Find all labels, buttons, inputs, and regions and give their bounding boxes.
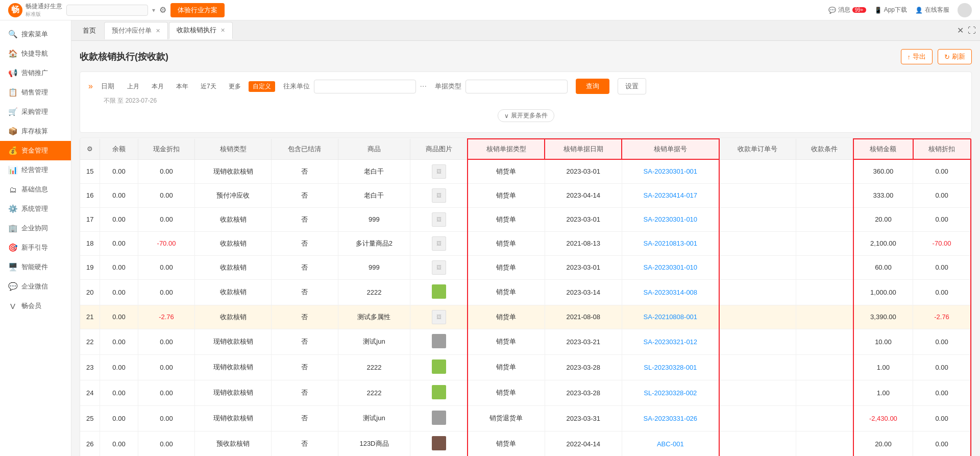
goods-image — [432, 334, 446, 348]
date-custom[interactable]: 自定义 — [249, 81, 275, 92]
tab-close-all-button[interactable]: ✕ — [957, 26, 964, 35]
cell-id: 26 — [80, 431, 100, 456]
cell-goods-image — [410, 431, 468, 456]
sidebar-item-finance[interactable]: 💰 资金管理 — [0, 141, 71, 160]
th-verify-amount: 核销金额 — [853, 139, 913, 159]
date-range-display: 不限 至 2023-07-26 — [104, 97, 963, 105]
top-bar-left: 畅 畅捷通好生意 标准版 ▾ ⚙ 体验行业方案 — [8, 2, 822, 18]
voucher-no-link[interactable]: SA-20230301-001 — [644, 167, 698, 175]
sidebar-item-wechat[interactable]: 💬 企业微信 — [0, 277, 71, 296]
cell-verify-amount: 2,100.00 — [853, 231, 913, 255]
th-settings[interactable]: ⚙ — [80, 139, 100, 159]
date-this-month[interactable]: 本月 — [147, 81, 168, 92]
cell-voucher-type: 销货单 — [468, 354, 545, 380]
table-row: 21 0.00 -2.76 收款核销 否 测试多属性 🖼 销货单 2021-08… — [80, 305, 971, 329]
cell-payment-terms — [796, 231, 853, 255]
cell-voucher-type: 销货退货单 — [468, 405, 545, 431]
cell-goods-image: 🖼 — [410, 159, 468, 183]
setting-button[interactable]: 设置 — [618, 78, 646, 94]
expand-more-button[interactable]: ∨ 展开更多条件 — [498, 109, 554, 122]
query-button[interactable]: 查询 — [576, 79, 609, 94]
voucher-no-link[interactable]: SA-20230414-017 — [644, 191, 698, 199]
cell-verify-amount: 3,390.00 — [853, 305, 913, 329]
voucher-no-link[interactable]: SA-20230301-010 — [644, 215, 698, 223]
voucher-no-link[interactable]: SL-20230328-001 — [644, 364, 697, 371]
cell-payment-terms — [796, 279, 853, 305]
cell-goods: 2222 — [338, 279, 410, 305]
sidebar-item-operations[interactable]: 📊 经营管理 — [0, 160, 71, 180]
cell-verify-discount: 0.00 — [913, 207, 971, 231]
date-7days[interactable]: 近7天 — [196, 81, 221, 92]
cell-balance: 0.00 — [100, 279, 138, 305]
app-download-button[interactable]: 📱 App下载 — [874, 6, 907, 14]
brand-edition: 标准版 — [26, 11, 62, 18]
sidebar-item-member[interactable]: V 畅会员 — [0, 296, 71, 316]
cell-goods: 测试jun — [338, 329, 410, 354]
sidebar-item-basic[interactable]: 🗂 基础信息 — [0, 180, 71, 199]
top-bar: 畅 畅捷通好生意 标准版 ▾ ⚙ 体验行业方案 💬 消息 99+ 📱 App下载… — [0, 0, 980, 20]
cell-id: 22 — [80, 329, 100, 354]
th-voucher-type: 核销单据类型 — [468, 139, 545, 159]
sidebar-item-guide[interactable]: 🎯 新手引导 — [0, 238, 71, 257]
voucher-no-link[interactable]: SA-20210813-001 — [644, 239, 698, 247]
voucher-type-filter: 单据类型 — [435, 80, 568, 93]
dropdown-chevron-icon[interactable]: ▾ — [152, 7, 155, 14]
cell-voucher-no: SA-20230331-026 — [622, 405, 719, 431]
date-this-year[interactable]: 本年 — [172, 81, 193, 92]
date-more[interactable]: 更多 — [224, 81, 246, 92]
cell-verify-amount: 20.00 — [853, 207, 913, 231]
cell-id: 20 — [80, 279, 100, 305]
tab-receipt-verify-close-icon[interactable]: ✕ — [220, 27, 225, 34]
settings-gear-icon[interactable]: ⚙ — [159, 5, 166, 15]
cell-verify-type: 预收款核销 — [195, 431, 272, 456]
trial-button[interactable]: 体验行业方案 — [170, 3, 225, 17]
cell-voucher-date: 2023-03-28 — [545, 354, 622, 380]
tab-home[interactable]: 首页 — [76, 22, 103, 39]
voucher-type-select[interactable] — [465, 80, 568, 93]
cell-voucher-type: 销货单 — [468, 305, 545, 329]
sidebar-item-nav[interactable]: 🏠 快捷导航 — [0, 44, 71, 63]
cell-voucher-no: SA-20230314-008 — [622, 279, 719, 305]
message-button[interactable]: 💬 消息 99+ — [828, 6, 866, 14]
voucher-no-link[interactable]: SA-20230321-012 — [644, 338, 698, 346]
voucher-no-link[interactable]: SA-20230301-010 — [644, 263, 698, 271]
cell-payment-terms — [796, 354, 853, 380]
voucher-no-link[interactable]: SA-20230331-026 — [644, 415, 698, 422]
goods-image — [432, 359, 446, 374]
sidebar-item-hardware[interactable]: 🖥️ 智能硬件 — [0, 257, 71, 277]
voucher-no-link[interactable]: SL-20230328-002 — [644, 389, 697, 397]
sidebar-item-sales[interactable]: 📋 销售管理 — [0, 83, 71, 102]
sidebar-item-inventory[interactable]: 📦 库存核算 — [0, 122, 71, 141]
tab-prepay[interactable]: 预付冲应付单 ✕ — [104, 22, 168, 39]
sidebar-item-purchase[interactable]: 🛒 采购管理 — [0, 102, 71, 122]
sidebar-item-enterprise[interactable]: 🏢 企业协同 — [0, 219, 71, 238]
filter-collapse-icon[interactable]: » — [88, 82, 93, 91]
th-goods: 商品 — [338, 139, 410, 159]
search-input[interactable] — [66, 5, 148, 16]
partner-dots[interactable]: ··· — [420, 82, 427, 91]
voucher-no-link[interactable]: SA-20230314-008 — [644, 289, 698, 296]
member-icon: V — [8, 301, 17, 310]
partner-input[interactable] — [314, 80, 416, 93]
voucher-no-link[interactable]: SA-20210808-001 — [644, 313, 698, 321]
export-button[interactable]: ↑ 导出 — [901, 49, 933, 64]
sidebar-item-search[interactable]: 🔍 搜索菜单 — [0, 25, 71, 44]
date-last-month[interactable]: 上月 — [122, 81, 144, 92]
sidebar-item-marketing[interactable]: 📢 营销推广 — [0, 63, 71, 83]
online-service-button[interactable]: 👤 在线客服 — [915, 6, 949, 14]
sidebar-label-inventory: 库存核算 — [21, 127, 48, 136]
cell-id: 21 — [80, 305, 100, 329]
tab-expand-button[interactable]: ⛶ — [968, 26, 976, 35]
cell-voucher-no: SA-20230321-012 — [622, 329, 719, 354]
refresh-button[interactable]: ↻ 刷新 — [938, 49, 972, 64]
table-row: 18 0.00 -70.00 收款核销 否 多计量商品2 🖼 销货单 2021-… — [80, 231, 971, 255]
tab-receipt-verify[interactable]: 收款核销执行 ✕ — [169, 22, 233, 39]
sidebar-item-system[interactable]: ⚙️ 系统管理 — [0, 199, 71, 219]
tab-prepay-close-icon[interactable]: ✕ — [156, 28, 160, 34]
voucher-no-link[interactable]: ABC-001 — [657, 440, 684, 448]
cell-verify-discount: 0.00 — [913, 405, 971, 431]
goods-image: 🖼 — [432, 310, 446, 324]
cell-payment-terms — [796, 207, 853, 231]
avatar[interactable] — [958, 3, 972, 17]
th-payment-terms: 收款条件 — [796, 139, 853, 159]
